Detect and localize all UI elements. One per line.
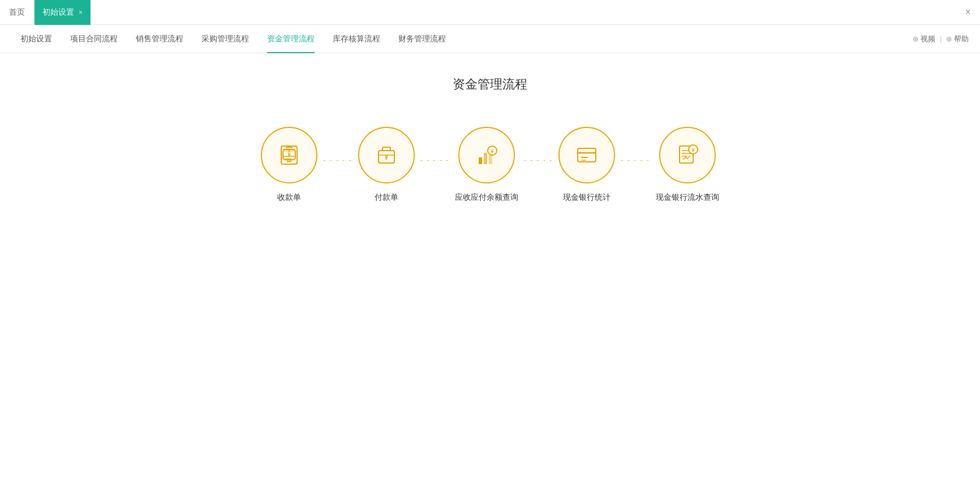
flow-item-cash-bank-stat[interactable]: 现金银行统计 <box>558 127 615 203</box>
home-tab[interactable]: 首页 <box>0 0 35 25</box>
flow-label-cash-bank-stat: 现金银行统计 <box>563 192 611 203</box>
flow-item-ar-ap[interactable]: ¥ 应收应付余额查询 <box>455 127 518 203</box>
video-link[interactable]: ⊙ 视频 <box>913 34 935 44</box>
flow-container: ¥ ¥ 收款单 - - - - - <box>11 127 969 203</box>
svg-rect-11 <box>484 153 487 164</box>
payment-icon: ¥ <box>373 142 400 169</box>
svg-rect-10 <box>479 157 482 164</box>
svg-text:¥: ¥ <box>288 152 291 158</box>
nav-capital-mgmt[interactable]: 资金管理流程 <box>258 25 324 53</box>
flow-circle-payment[interactable]: ¥ <box>358 127 415 183</box>
cash-bank-stat-icon <box>573 142 600 169</box>
flow-item-receipt[interactable]: ¥ ¥ 收款单 <box>261 127 317 203</box>
svg-text:¥: ¥ <box>491 148 493 154</box>
svg-text:¥: ¥ <box>691 147 694 153</box>
svg-rect-15 <box>578 148 596 162</box>
close-tab-button[interactable]: × <box>79 8 83 16</box>
flow-circle-cash-bank-flow[interactable]: ¥ <box>659 127 716 183</box>
top-bar-right: × <box>953 6 980 18</box>
svg-rect-12 <box>489 155 492 164</box>
window-close-button[interactable]: × <box>965 6 971 18</box>
flow-label-payment: 付款单 <box>375 192 398 203</box>
nav-initial-setup[interactable]: 初始设置 <box>11 25 61 53</box>
flow-item-payment[interactable]: ¥ 付款单 <box>358 127 415 203</box>
nav-right-actions: ⊙ 视频 | ⊙ 帮助 <box>913 34 969 44</box>
nav-project-contract[interactable]: 项目合同流程 <box>61 25 127 53</box>
receipt-icon: ¥ ¥ <box>276 142 303 169</box>
main-content: 资金管理流程 ¥ ¥ 收款单 - - - - - <box>0 53 980 501</box>
active-tab-label: 初始设置 <box>42 7 74 18</box>
flow-circle-ar-ap[interactable]: ¥ <box>458 127 515 183</box>
ar-ap-icon: ¥ <box>473 142 500 169</box>
nav-divider: | <box>940 35 942 43</box>
help-link[interactable]: ⊙ 帮助 <box>946 34 969 44</box>
flow-connector-1: - - - - - <box>317 156 358 164</box>
active-tab[interactable]: 初始设置 × <box>35 0 91 25</box>
flow-label-receipt: 收款单 <box>277 192 301 203</box>
nav-sales-mgmt[interactable]: 销售管理流程 <box>127 25 192 53</box>
nav-purchase-mgmt[interactable]: 采购管理流程 <box>192 25 258 53</box>
page-title: 资金管理流程 <box>11 76 969 93</box>
flow-circle-cash-bank-stat[interactable] <box>558 127 615 183</box>
flow-circle-receipt[interactable]: ¥ ¥ <box>261 127 317 183</box>
flow-label-cash-bank-flow: 现金银行流水查询 <box>656 192 719 203</box>
svg-text:¥: ¥ <box>385 155 388 161</box>
flow-connector-2: - - - - - <box>415 156 455 164</box>
flow-item-cash-bank-flow[interactable]: ¥ 现金银行流水查询 <box>656 127 719 203</box>
nav-inventory[interactable]: 库存核算流程 <box>324 25 389 53</box>
flow-connector-3: - - - - - <box>518 156 558 164</box>
flow-label-ar-ap: 应收应付余额查询 <box>455 192 518 203</box>
flow-connector-4: - - - - - <box>615 156 655 164</box>
cash-bank-flow-icon: ¥ <box>674 142 701 169</box>
nav-finance-mgmt[interactable]: 财务管理流程 <box>389 25 455 53</box>
nav-bar: 初始设置 项目合同流程 销售管理流程 采购管理流程 资金管理流程 库存核算流程 … <box>0 25 980 53</box>
top-bar: 首页 初始设置 × × <box>0 0 980 25</box>
